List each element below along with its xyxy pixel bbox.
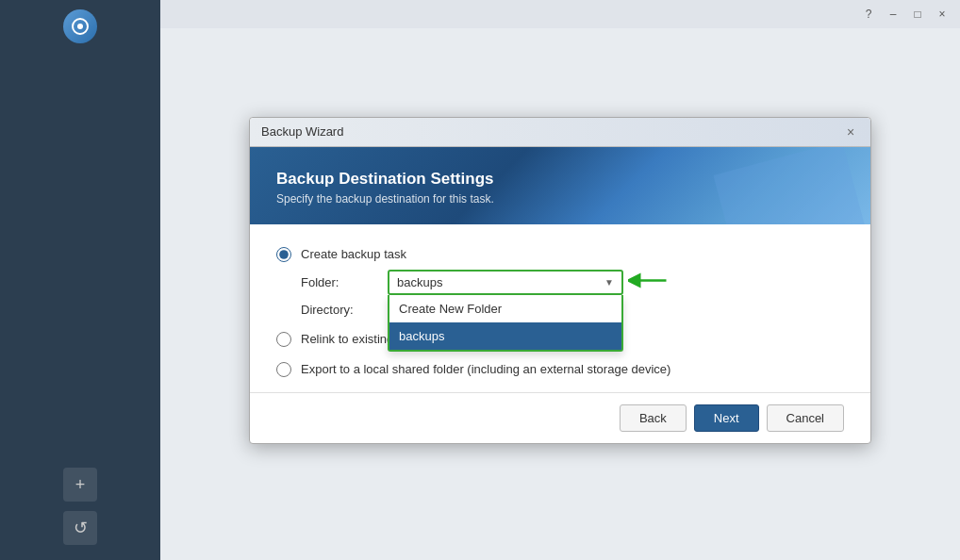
radio-item-create: Create backup task Folder: backups ▼ — [276, 247, 844, 317]
folder-dropdown-arrow: ▼ — [604, 277, 614, 288]
dialog-header-title: Backup Destination Settings — [276, 170, 844, 189]
arrow-indicator — [628, 270, 670, 295]
dialog-overlay: Backup Wizard × Backup Destination Setti… — [160, 0, 960, 560]
dropdown-item-create-new[interactable]: Create New Folder — [389, 295, 621, 322]
add-icon: + — [75, 475, 86, 495]
folder-selected-value: backups — [397, 275, 604, 289]
history-button[interactable]: ↺ — [63, 511, 97, 545]
radio-export-label: Export to a local shared folder (includi… — [301, 362, 670, 376]
sidebar: + ↺ — [0, 0, 160, 560]
radio-item-export: Export to a local shared folder (includi… — [276, 362, 844, 377]
folder-dropdown-menu: Create New Folder backups — [388, 295, 623, 352]
folder-label: Folder: — [301, 275, 376, 289]
folder-select-wrapper: backups ▼ Create New Folder backups — [388, 270, 623, 295]
dropdown-item-backups[interactable]: backups — [389, 322, 621, 350]
svg-point-1 — [77, 24, 83, 29]
sidebar-bottom: + ↺ — [63, 468, 97, 545]
app-logo — [63, 9, 97, 43]
dialog-titlebar: Backup Wizard × — [250, 118, 870, 147]
add-button[interactable]: + — [63, 468, 97, 502]
back-button[interactable]: Back — [620, 404, 687, 432]
desktop: + ↺ ? – □ × Backup Wizard × — [0, 0, 960, 560]
dialog-close-button[interactable]: × — [842, 124, 859, 140]
cancel-button[interactable]: Cancel — [767, 404, 844, 432]
create-form-fields: Folder: backups ▼ Create New Fo — [301, 270, 844, 317]
folder-row: Folder: backups ▼ Create New Fo — [301, 270, 844, 295]
history-icon: ↺ — [74, 518, 88, 538]
dialog-body: Create backup task Folder: backups ▼ — [250, 224, 870, 392]
dialog-header-subtitle: Specify the backup destination for this … — [276, 192, 844, 206]
radio-group: Create backup task Folder: backups ▼ — [276, 247, 844, 377]
directory-label: Directory: — [301, 303, 376, 317]
folder-select-display[interactable]: backups ▼ — [388, 270, 623, 295]
dialog-title: Backup Wizard — [261, 124, 343, 139]
dialog-header: Backup Destination Settings Specify the … — [250, 147, 870, 224]
radio-create[interactable] — [276, 247, 291, 262]
radio-create-label: Create backup task — [301, 247, 406, 261]
next-button[interactable]: Next — [694, 404, 759, 432]
dialog-footer: Back Next Cancel — [250, 392, 870, 443]
main-area: ? – □ × Backup Wizard × Backup Destinati… — [160, 0, 960, 560]
backup-wizard-dialog: Backup Wizard × Backup Destination Setti… — [249, 117, 871, 444]
radio-relink[interactable] — [276, 332, 291, 347]
radio-export[interactable] — [276, 362, 291, 377]
